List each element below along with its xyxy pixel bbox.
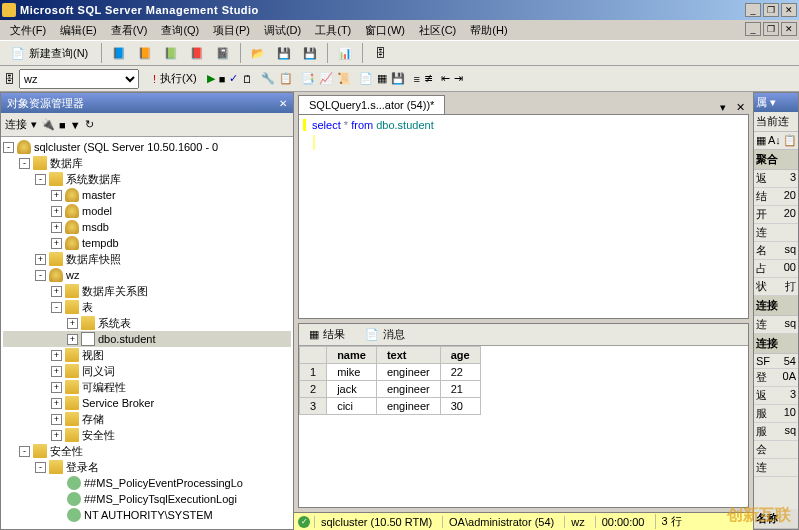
tree-db-model[interactable]: +model xyxy=(3,203,291,219)
tree-databases[interactable]: -数据库 xyxy=(3,155,291,171)
results-grid[interactable]: name text age 1mikeengineer22 2jackengin… xyxy=(299,346,748,507)
expand-icon[interactable]: + xyxy=(35,254,46,265)
mdi-minimize-button[interactable]: _ xyxy=(745,22,761,36)
menu-debug[interactable]: 调试(D) xyxy=(258,21,307,40)
database-selector[interactable]: wz xyxy=(19,69,139,89)
menu-query[interactable]: 查询(Q) xyxy=(155,21,205,40)
menu-community[interactable]: 社区(C) xyxy=(413,21,462,40)
parse-icon[interactable]: ✓ xyxy=(229,72,238,85)
open-icon[interactable]: 📂 xyxy=(247,42,269,64)
tree-system-tables[interactable]: +系统表 xyxy=(3,315,291,331)
collapse-icon[interactable]: - xyxy=(35,462,46,473)
dmx-query-icon[interactable]: 📕 xyxy=(186,42,208,64)
estimated-plan-icon[interactable]: 🗒 xyxy=(242,73,253,85)
xmla-query-icon[interactable]: 📓 xyxy=(212,42,234,64)
uncomment-icon[interactable]: ≢ xyxy=(424,72,433,85)
mdi-restore-button[interactable]: ❐ xyxy=(763,22,779,36)
prop-row[interactable]: 占00 xyxy=(754,260,798,278)
alphabetical-icon[interactable]: A↓ xyxy=(768,134,781,147)
expand-icon[interactable]: + xyxy=(51,350,62,361)
messages-tab[interactable]: 📄消息 xyxy=(359,325,411,344)
prop-group-aggregate[interactable]: 聚合 xyxy=(754,150,798,170)
comment-icon[interactable]: ≡ xyxy=(413,73,419,85)
tree-login[interactable]: ##MS_PolicyEventProcessingLo xyxy=(3,475,291,491)
prop-row[interactable]: 连 xyxy=(754,224,798,242)
decrease-indent-icon[interactable]: ⇤ xyxy=(441,72,450,85)
filter-icon[interactable]: ▼ xyxy=(70,119,81,131)
dropdown-icon[interactable]: ▾ xyxy=(770,96,776,108)
expand-icon[interactable]: + xyxy=(51,430,62,441)
tree-db-master[interactable]: +master xyxy=(3,187,291,203)
tree-db-tempdb[interactable]: +tempdb xyxy=(3,235,291,251)
prop-row[interactable]: SF54 xyxy=(754,354,798,369)
tree-security[interactable]: -安全性 xyxy=(3,443,291,459)
expand-icon[interactable]: + xyxy=(51,238,62,249)
tree-server-node[interactable]: -sqlcluster (SQL Server 10.50.1600 - 0 xyxy=(3,139,291,155)
tree-service-broker[interactable]: +Service Broker xyxy=(3,395,291,411)
available-databases-icon[interactable]: 🗄 xyxy=(4,73,15,85)
tree-login[interactable]: ##MS_PolicyTsqlExecutionLogi xyxy=(3,491,291,507)
collapse-icon[interactable]: - xyxy=(19,446,30,457)
restore-button[interactable]: ❐ xyxy=(763,3,779,17)
prop-row[interactable]: 服sq xyxy=(754,423,798,441)
collapse-icon[interactable]: - xyxy=(3,142,14,153)
close-document-icon[interactable]: ✕ xyxy=(732,101,749,114)
expand-icon[interactable]: + xyxy=(51,190,62,201)
current-connection[interactable]: 当前连 xyxy=(754,112,798,132)
expand-icon[interactable]: + xyxy=(51,366,62,377)
collapse-icon[interactable]: - xyxy=(19,158,30,169)
prop-row[interactable]: 登0A xyxy=(754,369,798,387)
refresh-icon[interactable]: ↻ xyxy=(85,118,94,131)
menu-view[interactable]: 查看(V) xyxy=(105,21,154,40)
tree-synonyms[interactable]: +同义词 xyxy=(3,363,291,379)
tree-system-databases[interactable]: -系统数据库 xyxy=(3,171,291,187)
expand-icon[interactable]: + xyxy=(67,334,78,345)
increase-indent-icon[interactable]: ⇥ xyxy=(454,72,463,85)
close-button[interactable]: ✕ xyxy=(781,3,797,17)
tree-db-security[interactable]: +安全性 xyxy=(3,427,291,443)
expand-icon[interactable]: + xyxy=(51,414,62,425)
tree-db-wz[interactable]: -wz xyxy=(3,267,291,283)
tree-programmability[interactable]: +可编程性 xyxy=(3,379,291,395)
prop-row[interactable]: 服10 xyxy=(754,405,798,423)
mdx-query-icon[interactable]: 📗 xyxy=(160,42,182,64)
tree-storage[interactable]: +存储 xyxy=(3,411,291,427)
tree-table-student[interactable]: +dbo.student xyxy=(3,331,291,347)
minimize-button[interactable]: _ xyxy=(745,3,761,17)
prop-row[interactable]: 结20 xyxy=(754,188,798,206)
tree-tables[interactable]: -表 xyxy=(3,299,291,315)
disconnect-icon[interactable]: 🔌 xyxy=(41,118,55,131)
results-text-icon[interactable]: 📄 xyxy=(359,72,373,85)
collapse-icon[interactable]: - xyxy=(51,302,62,313)
connect-dropdown[interactable]: 连接 xyxy=(5,117,27,132)
object-explorer-tree[interactable]: -sqlcluster (SQL Server 10.50.1600 - 0 -… xyxy=(1,137,293,529)
table-row[interactable]: 3ciciengineer30 xyxy=(300,398,481,415)
cancel-query-icon[interactable]: ■ xyxy=(219,73,226,85)
prop-row[interactable]: 返3 xyxy=(754,387,798,405)
tree-db-msdb[interactable]: +msdb xyxy=(3,219,291,235)
analysis-query-icon[interactable]: 📙 xyxy=(134,42,156,64)
collapse-icon[interactable]: - xyxy=(35,174,46,185)
expand-icon[interactable]: + xyxy=(51,382,62,393)
categorized-icon[interactable]: ▦ xyxy=(756,134,766,147)
save-icon[interactable]: 💾 xyxy=(273,42,295,64)
menu-tools[interactable]: 工具(T) xyxy=(309,21,357,40)
expand-icon[interactable]: + xyxy=(51,398,62,409)
results-grid-icon[interactable]: ▦ xyxy=(377,72,387,85)
menu-edit[interactable]: 编辑(E) xyxy=(54,21,103,40)
tree-logins[interactable]: -登录名 xyxy=(3,459,291,475)
new-query-button[interactable]: 📄 新建查询(N) xyxy=(4,43,95,64)
menu-project[interactable]: 项目(P) xyxy=(207,21,256,40)
collapse-icon[interactable]: - xyxy=(35,270,46,281)
menu-window[interactable]: 窗口(W) xyxy=(359,21,411,40)
include-stats-icon[interactable]: 📈 xyxy=(319,72,333,85)
prop-group-connection2[interactable]: 连接 xyxy=(754,334,798,354)
design-query-icon[interactable]: 🔧 xyxy=(261,72,275,85)
tree-login[interactable]: NT AUTHORITY\SYSTEM xyxy=(3,507,291,523)
tree-views[interactable]: +视图 xyxy=(3,347,291,363)
db-engine-query-icon[interactable]: 📘 xyxy=(108,42,130,64)
table-row[interactable]: 1mikeengineer22 xyxy=(300,364,481,381)
menu-file[interactable]: 文件(F) xyxy=(4,21,52,40)
query-tab[interactable]: SQLQuery1.s...ator (54))* xyxy=(298,95,445,114)
column-header[interactable]: name xyxy=(327,347,377,364)
